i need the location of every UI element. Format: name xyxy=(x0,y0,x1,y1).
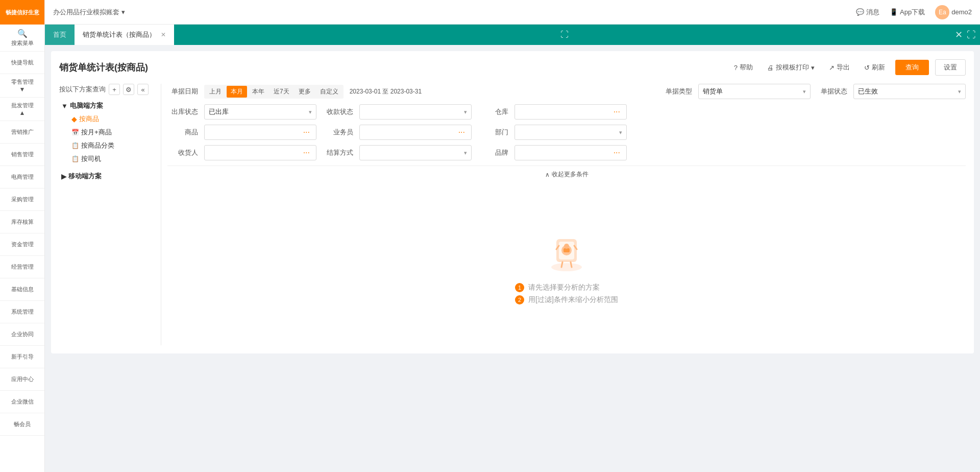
sidebar-item-sales[interactable]: 销售管理 xyxy=(0,144,44,166)
settings-btn[interactable]: 设置 xyxy=(935,59,966,76)
company-selector[interactable]: 办公用品行业模拟账套 ▾ xyxy=(53,8,125,17)
sidebar-item-wechat[interactable]: 企业微信 xyxy=(0,391,44,413)
page-actions: ? 帮助 🖨 按模板打印 ▾ ↗ 导出 ↺ 刷新 xyxy=(730,59,966,76)
tree-item-by-category[interactable]: 📋 按商品分类 xyxy=(67,139,155,152)
company-name: 办公用品行业模拟账套 xyxy=(53,8,119,17)
cashier-icon: 📋 xyxy=(71,155,79,162)
svg-rect-4 xyxy=(564,248,570,252)
sidebar-item-quicknav[interactable]: 快捷导航 xyxy=(0,52,44,74)
sidebar-item-finance[interactable]: 资金管理 xyxy=(0,233,44,256)
page-header: 销货单统计表(按商品) ? 帮助 🖨 按模板打印 ▾ ↗ 导出 xyxy=(59,59,966,76)
doc-status-arrow-icon: ▾ xyxy=(958,88,961,95)
date-tab-this-month[interactable]: 本月 xyxy=(227,86,247,98)
date-tab-this-year[interactable]: 本年 xyxy=(248,86,268,98)
empty-hint: 1 请先选择要分析的方案 2 用[过滤]条件来缩小分析范围 xyxy=(515,283,618,304)
sidebar-item-retail[interactable]: 零售管理 ▼ xyxy=(0,74,44,98)
collapse-panel-btn[interactable]: « xyxy=(137,84,149,95)
user-profile[interactable]: Ea demo2 xyxy=(935,5,972,19)
date-tab-last-7-days[interactable]: 近7天 xyxy=(270,86,293,98)
print-btn[interactable]: 🖨 按模板打印 ▾ xyxy=(763,61,819,74)
sidebar-item-marketing[interactable]: 营销推广 xyxy=(0,121,44,144)
tree-mobile-group[interactable]: ▶ 移动端方案 xyxy=(59,170,155,183)
page-container: 销货单统计表(按商品) ? 帮助 🖨 按模板打印 ▾ ↗ 导出 xyxy=(51,51,974,353)
tree-item-by-month-goods[interactable]: 📅 按月+商品 xyxy=(67,126,155,139)
sidebar-item-vip[interactable]: 畅会员 xyxy=(0,413,44,436)
tree-pc-group[interactable]: ▼ 电脑端方案 xyxy=(59,99,155,112)
search-icon: 🔍 xyxy=(17,29,28,38)
avatar: Ea xyxy=(935,5,949,19)
out-status-select[interactable]: 已出库 ▾ xyxy=(204,104,316,120)
topbar: 办公用品行业模拟账套 ▾ 💬 消息 📱 App下载 Ea demo2 xyxy=(45,0,980,25)
receipt-status-arrow-icon: ▾ xyxy=(464,109,467,115)
sales-report-tab-label: 销货单统计表（按商品） xyxy=(83,30,156,39)
receipt-status-select[interactable]: ▾ xyxy=(359,104,472,120)
sidebar-item-basic[interactable]: 基础信息 xyxy=(0,278,44,301)
warehouse-select[interactable]: ··· xyxy=(514,104,627,120)
brand-select[interactable]: ··· xyxy=(514,145,627,160)
goods-select[interactable]: ··· xyxy=(204,125,316,140)
date-range-display: 2023-03-01 至 2023-03-31 xyxy=(350,87,422,96)
tree-item-by-cashier[interactable]: 📋 按司机 xyxy=(67,152,155,166)
doc-type-select[interactable]: 销货单 ▾ xyxy=(698,84,811,99)
date-tab-last-month[interactable]: 上月 xyxy=(205,86,226,98)
date-tab-more[interactable]: 更多 xyxy=(295,86,315,98)
sidebar-item-enterprise[interactable]: 企业协同 xyxy=(0,323,44,346)
dept-arrow-icon: ▾ xyxy=(619,129,622,136)
empty-state: 1 请先选择要分析的方案 2 用[过滤]条件来缩小分析范围 xyxy=(167,183,966,345)
scheme-settings-btn[interactable]: ⚙ xyxy=(123,84,134,95)
doc-type-label: 单据类型 xyxy=(662,87,692,96)
staff-dots-icon[interactable]: ··· xyxy=(456,128,467,137)
svg-line-8 xyxy=(561,262,562,267)
filter-row-1: 单据日期 上月 本月 本年 近7天 更多 自定义 2023-03-01 至 20… xyxy=(167,84,966,99)
filter-area: 按以下方案查询 + ⚙ « ▼ 电脑端方案 ◆ 按商品 xyxy=(59,84,966,345)
sidebar-item-search[interactable]: 🔍 搜索菜单 xyxy=(0,25,44,52)
tab-expand-btn[interactable]: ⛶ xyxy=(554,30,575,39)
app-download-btn[interactable]: 📱 App下载 xyxy=(890,8,925,17)
sidebar-item-wholesale[interactable]: 批发管理 ▲ xyxy=(0,98,44,121)
collapse-btn[interactable]: ∧ 收起更多条件 xyxy=(545,170,589,179)
date-tabs: 上月 本月 本年 近7天 更多 自定义 xyxy=(204,85,344,99)
tabbar: 首页 销货单统计表（按商品） ✕ ⛶ ✕ ⛶ xyxy=(45,25,980,45)
receiver-select[interactable]: ··· xyxy=(204,145,316,160)
tree-item-by-goods[interactable]: ◆ 按商品 xyxy=(67,112,155,126)
hint-item-2: 2 用[过滤]条件来缩小分析范围 xyxy=(515,295,618,304)
payment-select[interactable]: ▾ xyxy=(359,145,472,160)
filter-row-2: 出库状态 已出库 ▾ 收款状态 ▾ 仓库 ··· xyxy=(167,104,966,120)
brand-dots-icon[interactable]: ··· xyxy=(611,148,622,157)
sidebar-item-operations[interactable]: 经营管理 xyxy=(0,256,44,278)
goods-dots-icon[interactable]: ··· xyxy=(301,128,312,137)
tab-home[interactable]: 首页 xyxy=(45,25,75,45)
warehouse-dots-icon[interactable]: ··· xyxy=(611,107,622,116)
staff-select[interactable]: ··· xyxy=(359,125,472,140)
export-btn[interactable]: ↗ 导出 xyxy=(825,61,854,74)
sidebar-item-inventory[interactable]: 库存核算 xyxy=(0,211,44,233)
window-maximize-btn[interactable]: ⛶ xyxy=(967,30,976,40)
sidebar-item-guide[interactable]: 新手引导 xyxy=(0,346,44,368)
brand-label: 品牌 xyxy=(478,148,508,157)
collapse-up-icon: ∧ xyxy=(545,171,550,178)
message-icon: 💬 xyxy=(856,8,864,16)
receiver-dots-icon[interactable]: ··· xyxy=(301,148,312,157)
query-btn[interactable]: 查询 xyxy=(895,60,929,75)
sidebar: 畅捷信好生意 🔍 搜索菜单 快捷导航 零售管理 ▼ 批发管理 ▲ 营销推广 销售… xyxy=(0,0,45,472)
window-close-btn[interactable]: ✕ xyxy=(955,29,963,40)
empty-illustration xyxy=(541,224,592,275)
tab-close-icon[interactable]: ✕ xyxy=(161,31,166,38)
dept-select[interactable]: ▾ xyxy=(514,125,627,140)
date-label: 单据日期 xyxy=(167,87,198,96)
tab-sales-report[interactable]: 销货单统计表（按商品） ✕ xyxy=(75,25,174,45)
refresh-btn[interactable]: ↺ 刷新 xyxy=(860,61,889,74)
sidebar-item-ecommerce[interactable]: 电商管理 xyxy=(0,166,44,188)
message-btn[interactable]: 💬 消息 xyxy=(856,8,879,17)
date-tab-custom[interactable]: 自定义 xyxy=(316,86,342,98)
help-btn[interactable]: ? 帮助 xyxy=(730,61,757,74)
doc-status-select[interactable]: 已生效 ▾ xyxy=(853,84,966,99)
sidebar-item-appcenter[interactable]: 应用中心 xyxy=(0,368,44,391)
phone-icon: 📱 xyxy=(890,8,898,16)
goods-label: 商品 xyxy=(167,128,198,137)
doc-status-value: 已生效 xyxy=(858,87,878,96)
warehouse-label: 仓库 xyxy=(478,107,508,116)
sidebar-item-purchase[interactable]: 采购管理 xyxy=(0,188,44,211)
add-scheme-btn[interactable]: + xyxy=(109,84,120,95)
sidebar-item-system[interactable]: 系统管理 xyxy=(0,301,44,323)
